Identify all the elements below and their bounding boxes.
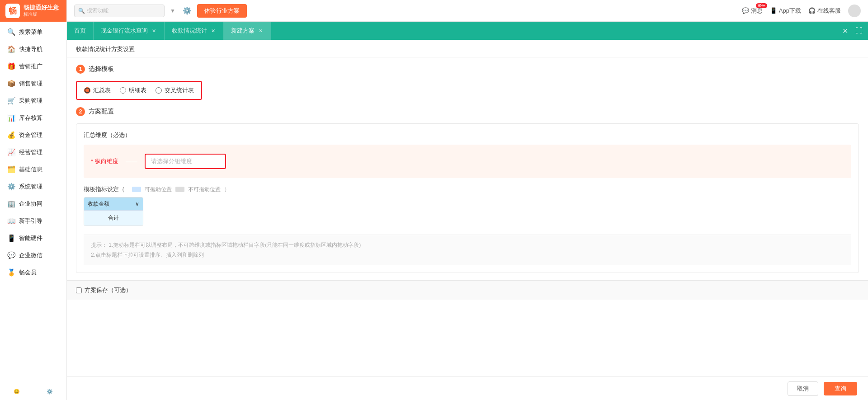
search-menu-icon: 🔍 <box>7 28 15 36</box>
save-option[interactable]: 方案保存（可选） <box>76 286 132 294</box>
step1-badge: 1 <box>76 65 85 74</box>
dimension-placeholder: 请选择分组维度 <box>151 157 192 165</box>
sidebar-item-inventory[interactable]: 📊 库存核算 <box>0 109 66 127</box>
sidebar-item-label: 企业微信 <box>19 251 42 259</box>
sidebar-item-label: 资金管理 <box>19 131 42 139</box>
radio-group: 汇总表 明细表 交叉统计表 <box>84 86 194 94</box>
user-avatar[interactable] <box>848 5 861 17</box>
phone-icon: 📱 <box>7 234 15 242</box>
sidebar-item-system[interactable]: ⚙️ 系统管理 <box>0 178 66 195</box>
tab-receipt-stats-close-icon[interactable]: ✕ <box>210 28 216 34</box>
tab-bank-flow-close-icon[interactable]: ✕ <box>151 28 157 34</box>
sidebar-item-wechat[interactable]: 💬 企业微信 <box>0 247 66 264</box>
sidebar-item-marketing[interactable]: 🎁 营销推广 <box>0 58 66 75</box>
metrics-hint: 可拖动位置 不可拖动位置 ） <box>132 186 230 193</box>
sidebar-item-sales[interactable]: 📦 销售管理 <box>0 75 66 92</box>
stats-header-dropdown-icon[interactable]: ∨ <box>135 201 139 207</box>
tab-receipt-stats[interactable]: 收款情况统计 ✕ <box>165 22 224 40</box>
sidebar-item-basic-info[interactable]: 🗂️ 基础信息 <box>0 161 66 178</box>
tip-2: 2.点击标题栏下拉可设置排序、插入列和删除列 <box>91 250 844 260</box>
sidebar-item-purchase[interactable]: 🛒 采购管理 <box>0 92 66 109</box>
page-title: 收款情况统计方案设置 <box>76 46 135 52</box>
metrics-title-row: 模板指标设定（ 可拖动位置 不可拖动位置 ） <box>84 185 851 193</box>
radio-summary[interactable]: 汇总表 <box>84 86 111 94</box>
tips-section: 提示： 1.拖动标题栏可以调整布局，不可跨维度或指标区域拖动栏目字段(只能在同一… <box>84 235 851 265</box>
sidebar-item-label: 搜索菜单 <box>19 28 42 36</box>
sidebar-item-enterprise[interactable]: 🏢 企业协同 <box>0 195 66 212</box>
topbar-search-box[interactable]: 🔍 搜索功能 <box>74 5 165 17</box>
radio-detail[interactable]: 明细表 <box>120 86 146 94</box>
sidebar-item-members[interactable]: 🏅 畅会员 <box>0 264 66 281</box>
sidebar-nav: 🔍 搜索菜单 🏠 快捷导航 🎁 营销推广 📦 销售管理 🛒 采购管理 📊 库存核… <box>0 22 66 383</box>
step2-title: 2 方案配置 <box>76 107 859 116</box>
sidebar-settings-btn[interactable]: ⚙️ <box>43 387 57 396</box>
tab-bank-flow[interactable]: 现金银行流水查询 ✕ <box>94 22 165 40</box>
trial-button[interactable]: 体验行业方案 <box>197 4 247 18</box>
tab-home[interactable]: 首页 <box>67 22 94 40</box>
sidebar-item-search-menu[interactable]: 🔍 搜索菜单 <box>0 24 66 41</box>
logo-text: 畅捷通好生意 <box>24 4 59 12</box>
footer-bar: 取消 查询 <box>67 376 868 400</box>
notification-icon: 💬 <box>742 7 749 14</box>
not-draggable-indicator <box>175 187 184 192</box>
medal-icon: 🏅 <box>7 268 15 277</box>
tab-new-plan-close-icon[interactable]: ✕ <box>257 28 264 34</box>
logo-icon: 畅 <box>5 4 20 18</box>
query-button[interactable]: 查询 <box>824 382 857 395</box>
save-checkbox[interactable] <box>76 287 82 293</box>
topbar-gear-icon[interactable]: ⚙️ <box>183 6 192 15</box>
dimension-arrow-icon: —— <box>126 158 137 165</box>
sidebar-item-label: 新手引导 <box>19 217 42 225</box>
sidebar-item-operations[interactable]: 📈 经营管理 <box>0 144 66 161</box>
draggable-indicator <box>132 187 141 192</box>
sidebar-feedback-btn[interactable]: 😊 <box>10 387 24 396</box>
step2-label: 方案配置 <box>89 108 114 116</box>
search-placeholder-text: 搜索功能 <box>87 7 108 14</box>
dimension-subtitle: 汇总维度（必选） <box>84 131 851 139</box>
notification-item[interactable]: 💬 消息 99+ <box>742 7 763 15</box>
search-icon: 🔍 <box>78 8 85 14</box>
vertical-dim-label: * 纵向维度 <box>91 157 118 165</box>
sidebar: 畅 畅捷通好生意 标准版 🔍 搜索菜单 🏠 快捷导航 🎁 营销推广 📦 销售管理… <box>0 0 67 400</box>
topbar: 🔍 搜索功能 ▼ ⚙️ 体验行业方案 💬 消息 99+ 📱 App下载 🎧 在线… <box>67 0 868 22</box>
tab-home-label: 首页 <box>74 27 86 35</box>
radio-crosstab-input[interactable] <box>156 87 162 94</box>
sidebar-item-label: 基础信息 <box>19 165 42 174</box>
finance-icon: 💰 <box>7 131 15 139</box>
cart-icon: 🛒 <box>7 97 15 105</box>
gift-icon: 🎁 <box>7 62 15 71</box>
stats-table: 收款金额 ∨ 合计 <box>84 197 143 226</box>
sidebar-item-label: 智能硬件 <box>19 234 42 242</box>
main-area: 🔍 搜索功能 ▼ ⚙️ 体验行业方案 💬 消息 99+ 📱 App下载 🎧 在线… <box>67 0 868 400</box>
service-icon: 🎧 <box>808 7 816 14</box>
sidebar-item-label: 库存核算 <box>19 114 42 122</box>
radio-summary-input[interactable] <box>84 87 90 94</box>
logo-text-block: 畅捷通好生意 标准版 <box>24 4 59 18</box>
topbar-dropdown-icon[interactable]: ▼ <box>170 8 175 14</box>
step2-section: 2 方案配置 汇总维度（必选） * 纵向维度 —— 请选择分组维度 <box>67 107 868 280</box>
sidebar-item-finance[interactable]: 💰 资金管理 <box>0 127 66 144</box>
page-content: 收款情况统计方案设置 1 选择模板 汇总表 明 <box>67 40 868 376</box>
tabbar-close-btn[interactable]: ✕ <box>840 25 850 37</box>
radio-detail-input[interactable] <box>120 87 126 94</box>
stats-table-cell: 合计 <box>84 210 143 226</box>
sidebar-item-label: 经营管理 <box>19 148 42 156</box>
sidebar-item-guide[interactable]: 📖 新手引导 <box>0 212 66 230</box>
sidebar-item-quick-nav[interactable]: 🏠 快捷导航 <box>0 41 66 58</box>
dimension-row: * 纵向维度 —— 请选择分组维度 <box>91 154 844 169</box>
stats-table-header[interactable]: 收款金额 ∨ <box>84 198 143 210</box>
tab-new-plan-label: 新建方案 <box>231 27 255 35</box>
tab-new-plan[interactable]: 新建方案 ✕ <box>224 22 271 40</box>
tabbar-expand-btn[interactable]: ⛶ <box>854 25 864 37</box>
cancel-button[interactable]: 取消 <box>788 381 818 396</box>
sidebar-item-label: 营销推广 <box>19 62 42 71</box>
page-header: 收款情况统计方案设置 <box>67 40 868 57</box>
step2-badge: 2 <box>76 107 85 116</box>
app-download-item[interactable]: 📱 App下载 <box>770 7 801 15</box>
dimension-selector[interactable]: 请选择分组维度 <box>145 154 226 169</box>
sidebar-item-hardware[interactable]: 📱 智能硬件 <box>0 230 66 247</box>
chat-icon: 💬 <box>7 251 15 259</box>
tab-bank-flow-label: 现金银行流水查询 <box>101 27 148 35</box>
radio-crosstab[interactable]: 交叉统计表 <box>156 86 194 94</box>
online-service-item[interactable]: 🎧 在线客服 <box>808 7 841 15</box>
